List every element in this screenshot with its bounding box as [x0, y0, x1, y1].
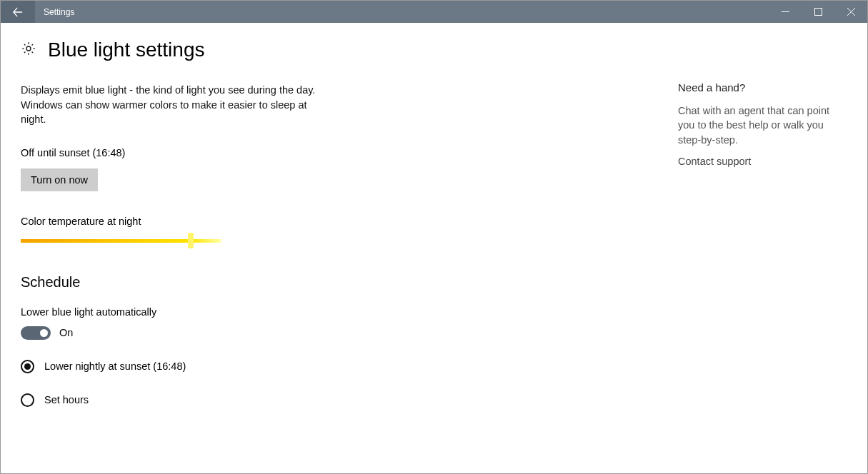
- svg-point-1: [26, 46, 31, 51]
- page-title: Blue light settings: [48, 39, 204, 61]
- radio-sunset-label: Lower nightly at sunset (16:48): [44, 360, 186, 372]
- content-area: Blue light settings Displays emit blue l…: [1, 23, 867, 473]
- radio-sunset[interactable]: [21, 360, 34, 373]
- contact-support-link[interactable]: Contact support: [678, 156, 847, 167]
- maximize-icon: [814, 8, 822, 16]
- radio-set-hours-row[interactable]: Set hours: [21, 393, 678, 407]
- titlebar: Settings: [1, 1, 867, 23]
- auto-toggle[interactable]: [21, 326, 51, 340]
- back-button[interactable]: [1, 1, 35, 23]
- gear-icon: [21, 41, 36, 59]
- help-column: Need a hand? Chat with an agent that can…: [678, 39, 847, 459]
- svg-rect-0: [814, 9, 822, 16]
- radio-sunset-row[interactable]: Lower nightly at sunset (16:48): [21, 360, 678, 373]
- status-text: Off until sunset (16:48): [21, 147, 678, 158]
- maximize-button[interactable]: [802, 1, 834, 23]
- toggle-knob: [40, 329, 48, 337]
- auto-toggle-row: On: [21, 326, 678, 340]
- schedule-heading: Schedule: [21, 274, 678, 291]
- color-temp-label: Color temperature at night: [21, 216, 678, 227]
- minimize-icon: [782, 8, 789, 16]
- radio-set-hours[interactable]: [21, 393, 34, 407]
- slider-thumb[interactable]: [188, 233, 194, 248]
- color-temp-slider[interactable]: [21, 236, 221, 246]
- close-button[interactable]: [834, 1, 867, 23]
- minimize-button[interactable]: [769, 1, 802, 23]
- arrow-left-icon: [13, 7, 23, 17]
- help-text: Chat with an agent that can point you to…: [678, 104, 835, 147]
- toggle-state-label: On: [59, 327, 73, 338]
- page-description: Displays emit blue light - the kind of l…: [21, 83, 335, 127]
- auto-lower-label: Lower blue light automatically: [21, 306, 678, 318]
- window-title: Settings: [35, 1, 74, 23]
- close-icon: [847, 8, 855, 16]
- help-heading: Need a hand?: [678, 81, 847, 94]
- turn-on-button[interactable]: Turn on now: [21, 168, 98, 191]
- main-column: Blue light settings Displays emit blue l…: [21, 39, 678, 459]
- radio-set-hours-label: Set hours: [44, 394, 89, 405]
- page-header: Blue light settings: [21, 39, 678, 61]
- titlebar-spacer: [74, 1, 769, 23]
